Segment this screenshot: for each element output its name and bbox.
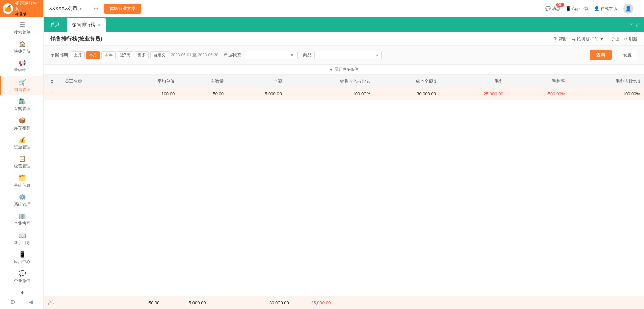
sidebar-label-operations: 经营管理 [14, 163, 30, 169]
sidebar-item-enterprise-collab[interactable]: 🏢 企业协同 [0, 210, 43, 229]
sidebar-icon-marketing: 📢 [19, 60, 26, 67]
sidebar-label-finance: 资金管理 [14, 144, 30, 150]
window-expand-btn[interactable]: ⤢ [636, 21, 640, 28]
tab-home[interactable]: 首页 [44, 17, 67, 32]
app-label: App下载 [572, 6, 589, 12]
col-total-amount: 全额 [228, 75, 286, 88]
cell-gross-pct: 100.00% [569, 88, 644, 100]
sidebar-item-quick-nav[interactable]: 🏠 快捷导航 [0, 38, 43, 57]
date-btn-this-year[interactable]: 本年 [101, 51, 116, 59]
sidebar-item-vip-member[interactable]: ♦ 畅会员 [0, 287, 43, 295]
topbar-service-btn[interactable]: 👤 在线客服 [594, 6, 618, 12]
refresh-btn[interactable]: ↺ 刷新 [624, 36, 637, 42]
status-filter-label: 单据状态 [224, 52, 241, 58]
export-btn[interactable]: ↑ 导出 [608, 36, 620, 42]
goods-select[interactable]: ··· [314, 51, 382, 59]
inner-page: 销售排行榜(按业务员) ❓ 帮助 🖨 按模板打印 ▼ ↑ 导出 [44, 32, 644, 309]
service-label: 在线客服 [600, 6, 618, 12]
sidebar-item-system-mgmt[interactable]: ⚙️ 系统管理 [0, 191, 43, 210]
sidebar-label-enterprise-wechat: 企业微信 [14, 278, 30, 284]
date-btns: 上月 本月 本年 近7天 更多 自定义 [71, 51, 168, 59]
table-header-row: ⚙ 员工名称 平均单价 主数量 全额 销售收入占比% 成本全额 ℹ 毛利 毛利率… [44, 75, 644, 88]
filter-area: 单据日期 上月 本月 本年 近7天 更多 自定义 2023-06-01 至 20… [44, 46, 644, 65]
setting-btn[interactable]: 设置 [617, 50, 637, 60]
col-gross-pct: 毛利占比% ℹ [569, 75, 644, 88]
sidebar-icon-basic-info: 🗂️ [19, 174, 26, 182]
topbar-settings-icon[interactable]: ⚙ [93, 5, 99, 12]
sidebar-item-basic-info[interactable]: 🗂️ 基础信息 [0, 172, 43, 191]
topbar-app-btn[interactable]: 📱 App下载 [566, 6, 589, 12]
date-range-text: 2023-06-01 至 2023-06-30 [171, 52, 218, 58]
sidebar-icon-operations: 📋 [19, 155, 26, 162]
topbar-msg-btn[interactable]: 💬 消息 99+ [545, 6, 560, 12]
sidebar-item-beginner-guide[interactable]: 📖 新手引导 [0, 229, 43, 248]
col-settings[interactable]: ⚙ [44, 75, 60, 88]
window-close-btn[interactable]: × [630, 21, 633, 28]
col-gross-rate: 毛利率 [507, 75, 569, 88]
cell-total-amount: 5,000.00 [228, 88, 286, 100]
expand-row: ▼ 展开更多条件 [44, 65, 644, 75]
sidebar-label-system-mgmt: 系统管理 [14, 202, 30, 207]
date-btn-7days[interactable]: 近7天 [117, 51, 133, 59]
topbar-avatar[interactable]: 👤 [623, 4, 633, 14]
sidebar-icon-system-mgmt: ⚙️ [19, 194, 26, 201]
sidebar-label-enterprise-collab: 企业协同 [14, 221, 30, 226]
company-selector[interactable]: XXXXXX公司 ▼ [49, 6, 89, 12]
col-cost-total: 成本全额 ℹ [374, 75, 440, 88]
sidebar-item-marketing[interactable]: 📢 营销推广 [0, 57, 43, 76]
refresh-icon: ↺ [624, 37, 628, 42]
sidebar-icon-vip-member: ♦ [21, 289, 24, 295]
tab-sales-ranking[interactable]: 销售排行榜 × [67, 18, 106, 32]
sidebar-collapse-btn[interactable]: ◀ [29, 298, 33, 306]
cell-gross-rate: -500.00% [507, 88, 569, 100]
date-btn-more[interactable]: 更多 [135, 51, 149, 59]
col-gross-profit: 毛利 [440, 75, 507, 88]
status-select[interactable]: ▼ [244, 51, 298, 59]
date-btn-prev-month[interactable]: 上月 [71, 51, 85, 59]
date-btn-this-month[interactable]: 本月 [86, 51, 100, 59]
msg-badge: 99+ [556, 3, 564, 7]
sidebar-item-purchase-mgmt[interactable]: 🛍️ 采购管理 [0, 95, 43, 114]
sidebar-item-sales-mgmt[interactable]: 🛒 销售管理 [0, 76, 43, 95]
sidebar-label-beginner-guide: 新手引导 [14, 240, 30, 246]
date-filter-label: 单据日期 [50, 52, 68, 58]
company-name: XXXXXX公司 [49, 6, 77, 12]
sidebar-item-app-center[interactable]: 📱 应用中心 [0, 248, 43, 267]
service-icon: 👤 [594, 6, 599, 11]
table-body: 1 100.00 50.00 5,000.00 100.00% 30,000.0… [44, 88, 644, 100]
date-btn-custom[interactable]: 自定义 [150, 51, 168, 59]
sidebar-icon-inventory: 📦 [19, 117, 26, 124]
col-sales-pct: 销售收入占比% [286, 75, 374, 88]
col-main-qty: 主数量 [179, 75, 228, 88]
col-avg-price: 平均单价 [120, 75, 179, 88]
goods-filter-group: 商品 ··· [303, 51, 382, 59]
cell-name [60, 88, 120, 100]
footer-label: 合计 [48, 300, 75, 306]
query-btn[interactable]: 查询 [590, 50, 612, 60]
sidebar-item-inventory[interactable]: 📦 库存核算 [0, 114, 43, 134]
export-icon: ↑ [608, 37, 610, 42]
table-footer: 合计 50.00 5,000.00 30,000.00 -25,000.00 [44, 296, 644, 309]
tab-label: 销售排行榜 [72, 22, 95, 28]
main-area: XXXXXX公司 ▼ ⚙ 体验行业方案 💬 消息 99+ 📱 App下载 👤 在… [44, 0, 644, 309]
cell-gross-profit: -25,000.00 [440, 88, 507, 100]
sidebar-item-finance[interactable]: 💰 资金管理 [0, 134, 43, 153]
sidebar-nav: ☰ 搜索菜单 🏠 快捷导航 📢 营销推广 🛒 销售管理 🛍️ 采购管理 📦 库存… [0, 17, 43, 295]
sidebar-footer: ⚙ ◀ [0, 295, 43, 309]
help-btn[interactable]: ❓ 帮助 [552, 36, 567, 42]
sidebar-label-search-menu: 搜索菜单 [14, 30, 30, 35]
sidebar-settings-btn[interactable]: ⚙ [10, 298, 15, 306]
sidebar-item-enterprise-wechat[interactable]: 💬 企业微信 [0, 267, 43, 287]
trial-btn[interactable]: 体验行业方案 [104, 4, 141, 14]
col-name: 员工名称 [60, 75, 120, 88]
sidebar-item-operations[interactable]: 📋 经营管理 [0, 153, 43, 172]
cell-avg-price: 100.00 [120, 88, 179, 100]
logo-sub: 标准版 [15, 12, 41, 17]
tab-close-icon[interactable]: × [98, 23, 100, 28]
table-head: ⚙ 员工名称 平均单价 主数量 全额 销售收入占比% 成本全额 ℹ 毛利 毛利率… [44, 75, 644, 88]
sidebar-label-marketing: 营销推广 [14, 68, 30, 73]
template-print-btn[interactable]: 🖨 按模板打印 ▼ [571, 36, 604, 42]
data-table: ⚙ 员工名称 平均单价 主数量 全额 销售收入占比% 成本全额 ℹ 毛利 毛利率… [44, 75, 644, 100]
expand-more-btn[interactable]: ▼ 展开更多条件 [329, 67, 359, 72]
sidebar-item-search-menu[interactable]: ☰ 搜索菜单 [0, 19, 43, 38]
